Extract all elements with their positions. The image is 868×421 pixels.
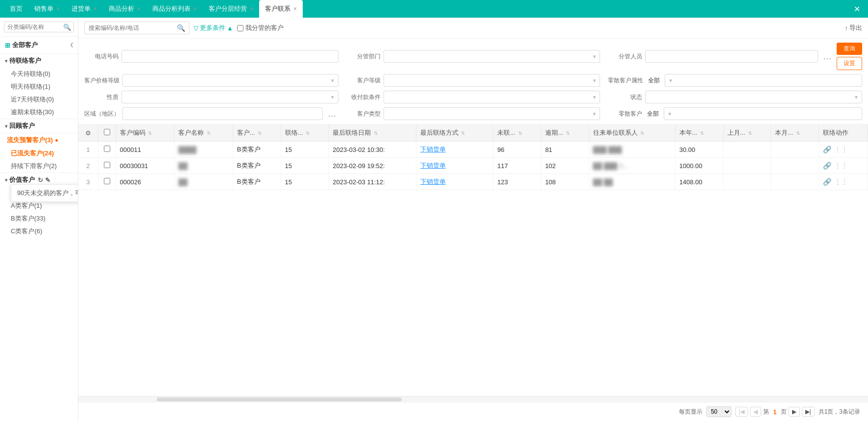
row-checkbox[interactable] xyxy=(104,162,110,168)
tab-sales[interactable]: 销售单 × xyxy=(28,0,66,18)
row-checkbox-cell[interactable] xyxy=(98,158,116,174)
value-edit-icon[interactable]: ✎ xyxy=(45,176,50,184)
th-last-way-sort[interactable]: ⇅ xyxy=(461,130,465,136)
scrollbar-thumb[interactable] xyxy=(157,397,402,401)
action-link-icon[interactable]: 🔗 xyxy=(823,162,831,170)
query-button[interactable]: 查询 xyxy=(837,43,862,55)
tab-customer-layer[interactable]: 客户分层经营 × xyxy=(203,0,259,18)
page-next-btn[interactable]: ▶ xyxy=(789,407,800,417)
adv-filter-status-select[interactable]: ▼ xyxy=(645,91,862,103)
sidebar-item-today[interactable]: 今天待联络(0) xyxy=(0,68,78,80)
adv-filter-dept-select[interactable]: ▼ xyxy=(384,50,601,63)
th-overdue-sort[interactable]: ⇅ xyxy=(566,130,570,136)
row-action-cell: 🔗 ⋮⋮ xyxy=(819,174,868,190)
tab-home[interactable]: 首页 xyxy=(4,0,28,18)
th-type-sort[interactable]: ⇅ xyxy=(258,130,262,136)
adv-filter-level-select[interactable]: ▼ xyxy=(384,74,601,87)
tab-close-all[interactable]: ✕ xyxy=(850,4,864,14)
horizontal-scrollbar[interactable] xyxy=(78,396,868,402)
tab-customer-contact[interactable]: 客户联系 × xyxy=(259,0,303,18)
th-this-year-sort[interactable]: ⇅ xyxy=(700,130,704,136)
action-more-icon[interactable]: ⋮⋮ xyxy=(834,162,848,170)
th-last-month-sort[interactable]: ⇅ xyxy=(748,130,752,136)
value-refresh-icon[interactable]: ↻ xyxy=(38,176,43,184)
adv-filter-region-select[interactable] xyxy=(122,107,323,120)
row-checkbox[interactable] xyxy=(104,146,110,152)
filter-icon: ▽ xyxy=(193,25,198,32)
row-last-way[interactable]: 下销货单 xyxy=(416,158,493,174)
th-last-date-sort[interactable]: ⇅ xyxy=(374,130,378,136)
adv-filter-zeroattr-select[interactable]: ▼ xyxy=(665,74,862,87)
tab-customer-contact-close[interactable]: × xyxy=(293,5,297,12)
adv-filter-nature-select[interactable]: ▼ xyxy=(121,91,338,103)
filter-search-input[interactable] xyxy=(85,23,173,33)
th-unlisted-sort[interactable]: ⇅ xyxy=(518,130,522,136)
adv-filter-phone-input[interactable] xyxy=(121,50,338,63)
adv-filter-custtype-select[interactable]: ▼ xyxy=(384,107,601,120)
sidebar-item-7days[interactable]: 近7天待联络(0) xyxy=(0,93,78,106)
sidebar-group-review-title[interactable]: ▾ 回顾客户 xyxy=(0,119,78,133)
page-last-btn[interactable]: ▶| xyxy=(802,407,815,417)
sidebar-group-churn: 流失预警客户(3) ● 90天未交易的客户，可能有流失风险。 已流失客户(24)… xyxy=(0,133,78,173)
action-more-icon[interactable]: ⋮⋮ xyxy=(834,146,848,153)
tab-customer-layer-close[interactable]: × xyxy=(250,5,253,12)
th-contact-person-sort[interactable]: ⇅ xyxy=(640,130,644,136)
per-page-select[interactable]: 50 100 200 xyxy=(706,406,731,417)
filter-my-customers[interactable]: 我分管的客户 xyxy=(237,24,284,32)
sidebar-item-declining[interactable]: 持续下滑客户(2) xyxy=(0,160,78,173)
filter-my-checkbox[interactable] xyxy=(237,25,243,31)
sidebar-item-class-b[interactable]: B类客户(33) xyxy=(0,212,78,225)
tab-purchase[interactable]: 进货单 × xyxy=(66,0,103,18)
row-last-way[interactable]: 下销货单 xyxy=(416,174,493,190)
sidebar-item-overdue[interactable]: 逾期未联络(30) xyxy=(0,106,78,119)
sidebar-all-customers[interactable]: ⊞ 全部客户 《 xyxy=(0,37,78,53)
filter-export[interactable]: ↑ 导出 xyxy=(845,24,863,32)
adv-filter-manager-more[interactable]: … xyxy=(821,51,834,62)
adv-filter-zerocust-row: 零散客户 全部 ▼ xyxy=(608,107,862,120)
adv-filter-nature-row: 性质 ▼ xyxy=(84,91,338,103)
main-layout: 🔍 ⊞ 全部客户 《 ▾ 待联络客户 今天待联络(0) 明天待联络(1) 近7天… xyxy=(0,18,868,421)
action-link-icon[interactable]: 🔗 xyxy=(823,178,831,186)
filter-more-conditions[interactable]: ▽ 更多条件 ▲ xyxy=(193,24,233,32)
sidebar-group-churn-title[interactable]: 流失预警客户(3) ● xyxy=(0,133,78,147)
row-contact: 15 xyxy=(281,142,329,158)
sidebar-group-pending-title[interactable]: ▾ 待联络客户 xyxy=(0,53,78,68)
th-name-sort[interactable]: ⇅ xyxy=(207,130,211,136)
settings-button[interactable]: 设置 xyxy=(837,57,862,70)
page-prev-btn[interactable]: ◀ xyxy=(750,407,761,417)
sidebar-item-already-lost[interactable]: 已流失客户(24) xyxy=(0,147,78,160)
th-this-month-sort[interactable]: ⇅ xyxy=(796,130,800,136)
adv-filter-price-select[interactable]: ▼ xyxy=(122,74,338,87)
settings-col[interactable]: ⚙ xyxy=(82,129,94,137)
tab-purchase-close[interactable]: × xyxy=(94,5,97,12)
filter-search-button[interactable]: 🔍 xyxy=(173,22,189,34)
th-contact-sort[interactable]: ⇅ xyxy=(306,130,310,136)
tab-analysis-list[interactable]: 商品分析列表 × xyxy=(146,0,203,18)
tab-analysis[interactable]: 商品分析 × xyxy=(103,0,146,18)
select-all-checkbox[interactable] xyxy=(104,129,110,135)
adv-filter-zerocust-select[interactable]: ▼ xyxy=(664,107,862,120)
th-settings[interactable]: ⚙ xyxy=(78,124,98,142)
th-last-month-label: 上月... xyxy=(727,129,746,136)
nature-arrow: ▼ xyxy=(330,95,335,100)
adv-filter-region-more[interactable]: … xyxy=(326,109,338,119)
th-code-sort[interactable]: ⇅ xyxy=(148,130,152,136)
adv-filter-status-row: 状态 ▼ xyxy=(608,91,862,103)
tab-sales-close[interactable]: × xyxy=(56,5,60,12)
action-more-icon[interactable]: ⋮⋮ xyxy=(834,178,848,186)
th-checkbox[interactable] xyxy=(98,124,116,142)
tab-analysis-list-close[interactable]: × xyxy=(193,5,197,12)
action-link-icon[interactable]: 🔗 xyxy=(823,146,831,153)
tab-analysis-close[interactable]: × xyxy=(137,5,141,12)
adv-filter-payment-select[interactable]: ▼ xyxy=(384,91,601,103)
sidebar-item-tomorrow[interactable]: 明天待联络(1) xyxy=(0,80,78,93)
row-checkbox-cell[interactable] xyxy=(98,142,116,158)
row-checkbox[interactable] xyxy=(104,178,110,184)
row-last-way[interactable]: 下销货单 xyxy=(416,142,493,158)
sidebar-item-class-c[interactable]: C类客户(6) xyxy=(0,225,78,238)
tab-sales-label: 销售单 xyxy=(34,4,53,13)
row-checkbox-cell[interactable] xyxy=(98,174,116,190)
page-first-btn[interactable]: |◀ xyxy=(735,407,748,417)
export-icon: ↑ xyxy=(845,25,848,32)
adv-filter-manager-select[interactable] xyxy=(645,50,818,63)
